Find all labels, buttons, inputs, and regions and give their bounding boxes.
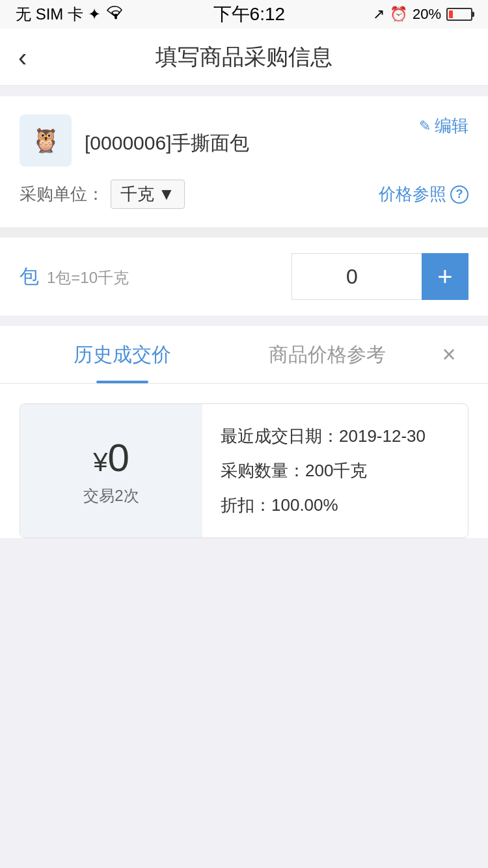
quantity-input[interactable]	[291, 253, 422, 300]
unit-select-dropdown[interactable]: 千克 ▼	[111, 180, 185, 209]
product-logo-icon: 🦉	[31, 127, 61, 154]
tab-close-button[interactable]: ×	[429, 326, 468, 383]
price-ref-help-icon: ?	[450, 185, 468, 204]
battery-icon	[446, 8, 472, 21]
quantity-input-group: +	[291, 253, 468, 300]
price-ref-label: 价格参照	[379, 183, 446, 206]
trade-count: 交易2次	[83, 485, 139, 506]
latest-date-value: 2019-12-30	[339, 426, 426, 446]
page-background	[0, 558, 488, 868]
product-card: 🦉 [0000006]手撕面包 ✎ 编辑 采购单位： 千克 ▼ 价格参照 ?	[0, 96, 488, 227]
svg-point-0	[115, 17, 117, 20]
latest-date-label: 最近成交日期：	[221, 426, 339, 446]
battery-percent: 20%	[413, 6, 441, 23]
price-details: 最近成交日期：2019-12-30 采购数量：200千克 折扣：100.00%	[202, 404, 468, 537]
sim-signal-text: 无 SIM 卡 ✦	[16, 4, 101, 25]
location-icon: ↗	[373, 6, 385, 23]
tab-history-price[interactable]: 历史成交价	[20, 326, 224, 383]
unit-label: 采购单位： 千克 ▼	[20, 180, 185, 209]
nav-bar: ‹ 填写商品采购信息	[0, 29, 488, 86]
price-amount: ¥0	[93, 435, 129, 480]
section-divider	[0, 227, 488, 237]
price-ref-button[interactable]: 价格参照 ?	[379, 183, 468, 206]
discount-value: 100.00%	[271, 495, 338, 515]
tabs-header: 历史成交价 商品价格参考 ×	[0, 326, 488, 384]
quantity-conversion-hint: 1包=10千克	[47, 267, 129, 288]
latest-date-row: 最近成交日期：2019-12-30	[221, 424, 450, 449]
product-info: 🦉 [0000006]手撕面包	[20, 115, 249, 167]
purchase-qty-row: 采购数量：200千克	[221, 458, 450, 483]
discount-row: 折扣：100.00%	[221, 493, 450, 518]
product-name: [0000006]手撕面包	[85, 125, 249, 157]
status-bar: 无 SIM 卡 ✦ 下午6:12 ↗ ⏰ 20%	[0, 0, 488, 29]
currency-symbol: ¥	[93, 448, 107, 476]
edit-label: 编辑	[435, 115, 468, 137]
page-title: 填写商品采购信息	[156, 42, 332, 72]
status-time: 下午6:12	[213, 2, 286, 27]
price-value: 0	[107, 436, 129, 480]
purchase-qty-value: 200千克	[305, 461, 367, 480]
product-unit-row: 采购单位： 千克 ▼ 价格参照 ?	[20, 180, 468, 209]
edit-icon: ✎	[419, 118, 431, 135]
status-right: ↗ ⏰ 20%	[373, 6, 472, 23]
tab-product-price-ref[interactable]: 商品价格参考	[224, 326, 429, 383]
product-header: 🦉 [0000006]手撕面包 ✎ 编辑	[20, 115, 468, 167]
price-summary: ¥0 交易2次	[20, 404, 202, 537]
status-left: 无 SIM 卡 ✦	[16, 4, 126, 25]
quantity-plus-button[interactable]: +	[422, 253, 468, 300]
product-thumbnail: 🦉	[20, 115, 72, 167]
wifi-icon	[106, 5, 126, 23]
discount-label: 折扣：	[221, 495, 271, 515]
tabs-section: 历史成交价 商品价格参考 × ¥0 交易2次 最近成交日期：2019-12-30…	[0, 326, 488, 538]
edit-button[interactable]: ✎ 编辑	[419, 115, 468, 137]
quantity-unit-label: 包	[20, 264, 39, 290]
price-card: ¥0 交易2次 最近成交日期：2019-12-30 采购数量：200千克 折扣：…	[20, 403, 468, 538]
back-button[interactable]: ‹	[18, 44, 27, 70]
purchase-qty-label: 采购数量：	[221, 461, 305, 480]
quantity-info: 包 1包=10千克	[20, 264, 129, 290]
alarm-icon: ⏰	[390, 6, 407, 23]
dropdown-arrow-icon: ▼	[158, 184, 175, 204]
quantity-row: 包 1包=10千克 +	[0, 237, 488, 316]
unit-value: 千克	[120, 183, 154, 206]
